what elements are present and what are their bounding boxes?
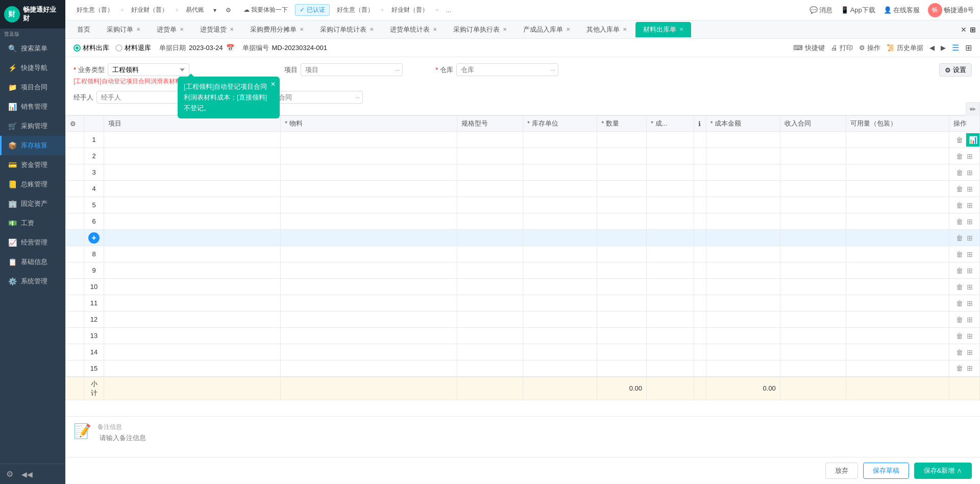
topnav-settings[interactable]: ⚙: [220, 5, 236, 16]
row-delete-2[interactable]: 🗑: [956, 152, 963, 160]
row-material-2[interactable]: [281, 148, 457, 164]
row-material-7[interactable]: [281, 230, 457, 246]
sidebar-item-base-info[interactable]: 📋基础信息: [0, 252, 65, 272]
row-available-3[interactable]: [846, 164, 949, 181]
row-material-8[interactable]: [281, 246, 457, 262]
row-project-15[interactable]: [104, 360, 281, 377]
row-cost-amount-12[interactable]: [706, 311, 780, 328]
row-spec-4[interactable]: [457, 181, 523, 197]
calendar-icon[interactable]: 📅: [226, 44, 234, 52]
row-cost-amount-2[interactable]: [706, 148, 780, 164]
row-project-7[interactable]: [104, 230, 281, 246]
row-available-1[interactable]: [846, 132, 949, 148]
tooltip-close-icon[interactable]: ✕: [271, 80, 276, 89]
row-available-2[interactable]: [846, 148, 949, 164]
sidebar-item-inventory[interactable]: 📦库存核算: [0, 136, 65, 155]
row-material-10[interactable]: [281, 279, 457, 295]
sidebar-item-capital-management[interactable]: 💳资金管理: [0, 155, 65, 175]
row-material-11[interactable]: [281, 295, 457, 311]
tab-close-material-out[interactable]: ✕: [679, 27, 683, 32]
save-draft-button[interactable]: 保存草稿: [863, 463, 909, 479]
row-unit-7[interactable]: [523, 230, 597, 246]
row-delete-8[interactable]: 🗑: [956, 250, 963, 258]
topnav-good-business[interactable]: 好生意（普）: [71, 4, 118, 16]
tab-goods-receipt[interactable]: 进货单✕: [149, 22, 191, 37]
row-quantity-14[interactable]: [597, 344, 647, 360]
tab-close-goods-receipt[interactable]: ✕: [180, 27, 184, 32]
topnav-user[interactable]: 畅 畅捷通8号: [928, 3, 974, 17]
row-cost-amount-8[interactable]: [706, 246, 780, 262]
row-income-contract-12[interactable]: [780, 311, 846, 328]
row-cost-6[interactable]: [646, 213, 694, 230]
warehouse-input[interactable]: [456, 63, 558, 76]
tab-close-purchase-exec[interactable]: ✕: [503, 27, 507, 32]
tab-close-other-warehousing[interactable]: ✕: [623, 27, 627, 32]
row-income-contract-6[interactable]: [780, 213, 846, 230]
save-new-button[interactable]: 保存&新增 ∧: [914, 463, 972, 479]
row-spec-5[interactable]: [457, 197, 523, 213]
row-unit-12[interactable]: [523, 311, 597, 328]
row-material-5[interactable]: [281, 197, 457, 213]
right-panel-green-icon[interactable]: 📊: [966, 133, 980, 147]
row-cost-1[interactable]: [646, 132, 694, 148]
row-copy-12[interactable]: ⊞: [967, 316, 973, 324]
row-unit-1[interactable]: [523, 132, 597, 148]
row-cost-amount-3[interactable]: [706, 164, 780, 181]
row-project-11[interactable]: [104, 295, 281, 311]
row-delete-14[interactable]: 🗑: [956, 348, 963, 356]
tab-close-purchase-order-stat[interactable]: ✕: [370, 27, 374, 32]
row-income-contract-4[interactable]: [780, 181, 846, 197]
row-unit-11[interactable]: [523, 295, 597, 311]
row-spec-13[interactable]: [457, 328, 523, 344]
row-cost-amount-11[interactable]: [706, 295, 780, 311]
row-unit-10[interactable]: [523, 279, 597, 295]
row-quantity-12[interactable]: [597, 311, 647, 328]
row-unit-15[interactable]: [523, 360, 597, 377]
row-delete-6[interactable]: 🗑: [956, 217, 963, 226]
radio-material-return[interactable]: 材料退库: [115, 43, 151, 53]
tab-purchase-exec[interactable]: 采购订单执行表✕: [446, 22, 514, 37]
row-cost-amount-13[interactable]: [706, 328, 780, 344]
income-contract-search-icon[interactable]: ···: [355, 94, 360, 101]
row-available-13[interactable]: [846, 328, 949, 344]
col-header-gear[interactable]: ⚙: [66, 116, 84, 132]
row-income-contract-9[interactable]: [780, 262, 846, 279]
nav-next-icon[interactable]: ▶: [941, 44, 946, 52]
row-quantity-13[interactable]: [597, 328, 647, 344]
topnav-message[interactable]: 💬 消息: [810, 6, 832, 15]
operation-btn[interactable]: ⚙ 操作: [859, 43, 880, 53]
row-material-4[interactable]: [281, 181, 457, 197]
row-cost-amount-7[interactable]: [706, 230, 780, 246]
row-delete-4[interactable]: 🗑: [956, 185, 963, 193]
row-quantity-3[interactable]: [597, 164, 647, 181]
row-spec-7[interactable]: [457, 230, 523, 246]
row-income-contract-14[interactable]: [780, 344, 846, 360]
topnav-dropdown[interactable]: ▾: [211, 5, 218, 16]
sidebar-item-operations[interactable]: 📈经营管理: [0, 233, 65, 252]
col-header-cost-info[interactable]: ℹ: [694, 116, 706, 132]
row-spec-12[interactable]: [457, 311, 523, 328]
row-copy-4[interactable]: ⊞: [967, 185, 973, 193]
row-project-14[interactable]: [104, 344, 281, 360]
row-available-12[interactable]: [846, 311, 949, 328]
row-quantity-15[interactable]: [597, 360, 647, 377]
row-material-1[interactable]: [281, 132, 457, 148]
notes-input[interactable]: [97, 431, 972, 451]
shortcut-btn[interactable]: ⌨ 快捷键: [793, 43, 825, 53]
row-project-13[interactable]: [104, 328, 281, 344]
row-available-6[interactable]: [846, 213, 949, 230]
settings-button[interactable]: ⚙ 设置: [939, 63, 972, 77]
topnav-easy-agent[interactable]: 易代账: [181, 4, 209, 16]
view-grid-icon[interactable]: ⊞: [965, 43, 972, 53]
row-cost-12[interactable]: [646, 311, 694, 328]
row-income-contract-7[interactable]: [780, 230, 846, 246]
row-unit-3[interactable]: [523, 164, 597, 181]
row-copy-15[interactable]: ⊞: [967, 364, 973, 372]
sidebar-collapse-icon[interactable]: ◀◀: [21, 470, 33, 478]
tab-home[interactable]: 首页: [69, 22, 98, 37]
row-cost-10[interactable]: [646, 279, 694, 295]
row-unit-13[interactable]: [523, 328, 597, 344]
row-cost-3[interactable]: [646, 164, 694, 181]
row-income-contract-13[interactable]: [780, 328, 846, 344]
row-income-contract-2[interactable]: [780, 148, 846, 164]
